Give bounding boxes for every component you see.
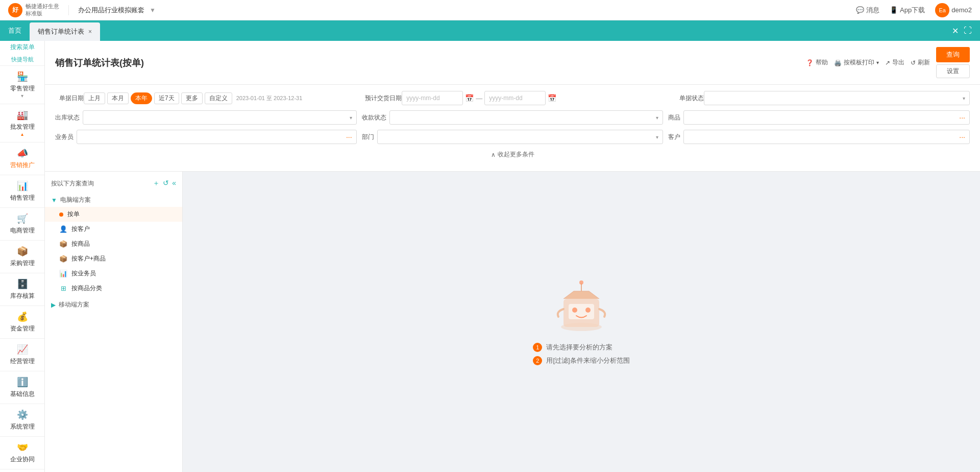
sidebar-search[interactable]: 搜索菜单 [0,41,44,54]
scheme-item-by-category[interactable]: ⊞ 按商品分类 [45,281,182,296]
date-btn-this-month[interactable]: 本月 [107,92,129,104]
sidebar-item-wholesale[interactable]: 🏭 批发管理 ▴ [0,104,44,143]
scheme-item-by-customer[interactable]: 👤 按客户 [45,222,182,237]
goods-label: 商品 [668,113,680,122]
date-btn-this-year[interactable]: 本年 [131,92,152,104]
query-button[interactable]: 查询 [936,47,970,62]
sidebar-quick-nav[interactable]: 快捷导航 [0,54,44,66]
sidebar-item-basic[interactable]: ℹ️ 基础信息 [0,371,44,404]
date-btn-last-month[interactable]: 上月 [84,92,105,104]
group-pc-label: 电脑端方案 [60,196,91,204]
inventory-icon: 🗄️ [17,278,28,290]
sidebar-item-newuser[interactable]: 🆕 新手引导 [0,469,44,472]
empty-hints: 1 请先选择要分析的方案 2 用[过滤]条件来缩小分析范围 [533,343,629,365]
export-label: 导出 [892,58,904,67]
collapse-btn[interactable]: ∧ 收起更多条件 [485,148,541,161]
expected-date-start[interactable] [402,91,463,105]
dropdown-icon[interactable]: ▼ [150,7,156,14]
user-name: demo2 [951,6,972,14]
refresh-scheme-btn[interactable]: ↺ [163,179,169,188]
top-bar: 好 畅捷通好生意 标准版 办公用品行业模拟账套 ▼ 💬 消息 📱 App下载 E… [0,0,980,20]
svg-point-4 [585,308,591,313]
sidebar-item-enterprise[interactable]: 🤝 企业协同 [0,437,44,469]
sidebar-item-sales[interactable]: 📊 销售管理 [0,175,44,208]
outbound-select[interactable]: ▾ [83,110,357,125]
sidebar-item-system[interactable]: ⚙️ 系统管理 [0,404,44,437]
template-print-btn[interactable]: 🖨️ 按模板打印 ▾ [834,58,879,67]
app-download-label: App下载 [900,6,925,15]
operations-icon: 📈 [17,344,28,355]
customer-label: 客户 [668,133,680,141]
department-select[interactable]: ▾ [377,130,664,144]
sidebar-item-operations[interactable]: 📈 经营管理 [0,339,44,371]
outbound-cell: 出库状态 ▾ [55,110,357,125]
add-scheme-btn[interactable]: ＋ [153,179,160,188]
message-btn[interactable]: 💬 消息 [856,6,879,15]
goods-cell: 商品 ··· [668,110,970,125]
sidebar-item-inventory[interactable]: 🗄️ 库存核算 [0,273,44,306]
customer-ellipsis[interactable]: ··· [959,133,965,141]
scheme-item-by-order[interactable]: 按单 [45,207,182,222]
collection-dropdown-icon: ▾ [656,115,658,121]
date-section: 单据日期 上月 本月 本年 近7天 更多 自定义 2023-01-01 至 20… [55,92,350,104]
help-btn[interactable]: ❓ 帮助 [806,58,828,67]
refresh-btn[interactable]: ↺ 刷新 [911,58,930,67]
empty-hint-2: 2 用[过滤]条件来缩小分析范围 [533,356,629,365]
tab-active[interactable]: 销售订单统计表 × [30,22,100,41]
export-btn[interactable]: ↗ 导出 [885,58,904,67]
scheme-group-mobile: ▶ 移动端方案 [45,298,182,312]
goods-ellipsis[interactable]: ··· [959,113,965,122]
scheme-item-label-order: 按单 [67,210,80,219]
tab-home[interactable]: 首页 [0,20,30,41]
date-btn-more[interactable]: 更多 [181,92,203,104]
print-icon: 🖨️ [834,59,842,66]
bill-status-dropdown: ▾ [963,96,965,101]
expected-date-end[interactable] [484,91,546,105]
customer-input[interactable]: ··· [683,130,970,144]
tab-close-btn[interactable]: × [88,28,92,35]
bill-status-select[interactable]: ▾ [704,91,970,105]
sidebar-item-retail[interactable]: 🏪 零售管理 ▾ [0,66,44,104]
tab-maximize-btn[interactable]: ⛶ [964,26,972,36]
scheme-item-by-goods[interactable]: 📦 按商品 [45,237,182,251]
tab-minimize-btn[interactable]: ✕ [952,26,959,36]
scheme-item-label-salesperson: 按业务员 [71,269,96,278]
salesperson-input[interactable]: ··· [77,130,357,144]
scheme-item-by-salesperson[interactable]: 📊 按业务员 [45,266,182,281]
settings-button[interactable]: 设置 [936,64,970,78]
sidebar-item-ecommerce[interactable]: 🛒 电商管理 [0,208,44,241]
refresh-icon: ↺ [911,59,916,66]
scheme-group-mobile-title[interactable]: ▶ 移动端方案 [45,298,182,312]
department-dropdown-icon: ▾ [656,134,658,140]
salesperson-ellipsis[interactable]: ··· [346,133,352,141]
logo-area: 好 畅捷通好生意 标准版 [8,3,59,17]
app-name: 办公用品行业模拟账套 [78,6,144,15]
user-area[interactable]: Ea demo2 [935,3,972,17]
scheme-group-pc-title[interactable]: ▼ 电脑端方案 [45,193,182,207]
collapse-scheme-btn[interactable]: « [172,179,176,188]
expected-date-section: 预计交货日期 📅 — 📅 [365,91,659,105]
cal-icon-start[interactable]: 📅 [465,94,474,102]
purchase-icon: 📦 [17,246,28,257]
scheme-item-by-customer-goods[interactable]: 📦 按客户+商品 [45,251,182,266]
cal-icon-end[interactable]: 📅 [548,94,556,102]
collapse-icon: ∧ [491,151,496,158]
collection-label: 收款状态 [362,113,386,122]
template-print-label: 按模板打印 [844,58,874,67]
department-cell: 部门 ▾ [362,130,664,144]
date-btn-custom[interactable]: 自定义 [205,92,232,104]
scheme-item-label-category: 按商品分类 [71,284,102,293]
sidebar-item-purchase[interactable]: 📦 采购管理 [0,241,44,273]
chart-icon: 📊 [59,270,67,277]
scheme-panel: 按以下方案查询 ＋ ↺ « ▼ 电脑端方案 [45,172,183,472]
phone-icon: 📱 [890,6,898,14]
goods-input[interactable]: ··· [683,110,970,125]
filter-panel: 单据日期 上月 本月 本年 近7天 更多 自定义 2023-01-01 至 20… [45,85,980,172]
message-icon: 💬 [856,6,864,14]
collection-select[interactable]: ▾ [389,110,664,125]
app-download-btn[interactable]: 📱 App下载 [890,6,925,15]
help-icon: ❓ [806,59,814,66]
date-btn-7days[interactable]: 近7天 [154,92,179,104]
sidebar-item-marketing[interactable]: 📣 营销推广 [0,143,44,175]
sidebar-item-finance[interactable]: 💰 资金管理 [0,306,44,339]
